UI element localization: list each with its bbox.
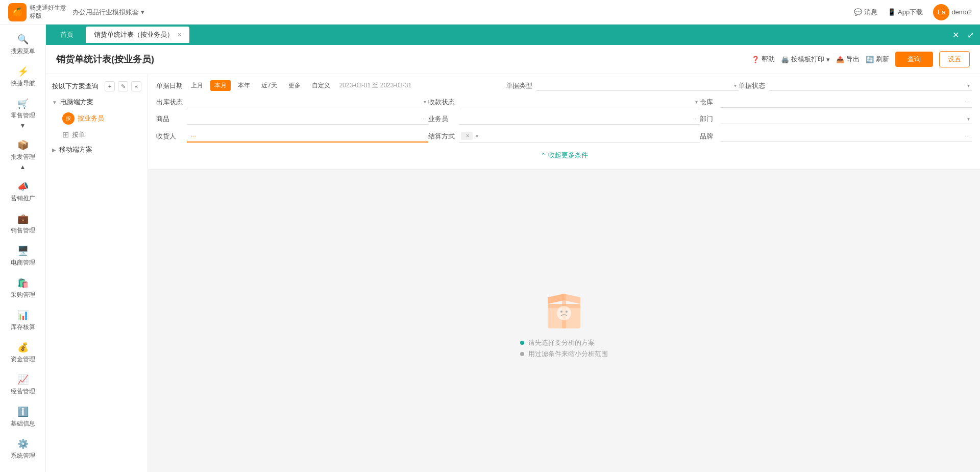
date-filter-buttons: 上月 本月 本年 近7天 更多 自定义 2023-03-01 至 2023-03… — [187, 80, 411, 91]
breadcrumb: 办公用品行业模拟账套 ▾ — [72, 8, 144, 17]
receive-status-select[interactable]: ▾ — [459, 97, 700, 107]
refresh-button[interactable]: 🔄 刷新 — [866, 55, 889, 64]
out-status-select[interactable]: ▾ — [187, 97, 428, 107]
add-scheme-button[interactable]: + — [105, 81, 115, 91]
empty-hint-2: 用过滤条件来缩小分析范围 — [520, 349, 608, 359]
svg-marker-2 — [564, 294, 580, 304]
sidebar-item-nav[interactable]: ⚡ 快捷导航 — [0, 61, 45, 93]
message-button[interactable]: 💬 消息 — [854, 8, 877, 17]
page-header: 销货单统计表(按业务员) ❓ 帮助 🖨️ 按模板打印 ▾ 📤 — [46, 45, 980, 74]
tree-item-salesman[interactable]: 按 按业务员 — [46, 110, 148, 127]
sidebar-item-sales[interactable]: 💼 销售管理 — [0, 208, 45, 240]
brand-dots[interactable]: ··· — [965, 132, 970, 139]
product-select[interactable]: ··· — [187, 113, 428, 125]
payment-method-select[interactable]: × ▾ — [459, 130, 700, 143]
window-controls: ✕ ⤢ — [950, 30, 976, 40]
payment-dropdown-icon: ▾ — [476, 133, 478, 139]
empty-hints: 请先选择要分析的方案 用过滤条件来缩小分析范围 — [520, 338, 608, 361]
sidebar-item-finance[interactable]: 💰 资金管理 — [0, 337, 45, 369]
sales-icon: 💼 — [17, 213, 29, 224]
help-button[interactable]: ❓ 帮助 — [751, 55, 775, 64]
recipient-dots[interactable]: ··· — [191, 132, 196, 139]
query-button[interactable]: 查询 — [895, 52, 933, 67]
wholesale-icon: 📦 — [17, 139, 29, 151]
finance-icon: 💰 — [17, 342, 29, 353]
date-range-text: 2023-03-01 至 2023-03-31 — [339, 81, 411, 90]
window-maximize-icon[interactable]: ⤢ — [965, 30, 976, 40]
app-download-button[interactable]: 📱 App下载 — [888, 8, 923, 17]
sidebar-item-wholesale[interactable]: 📦 批发管理 ▲ — [0, 134, 45, 176]
print-button[interactable]: 🖨️ 按模板打印 ▾ — [781, 55, 830, 64]
salesman-select[interactable]: ··· — [459, 113, 700, 125]
date-btn-custom[interactable]: 自定义 — [308, 80, 334, 91]
sidebar-item-marketing[interactable]: 📣 营销推广 — [0, 176, 45, 208]
setting-button[interactable]: 设置 — [939, 51, 970, 67]
dept-dropdown-icon: ▾ — [967, 116, 970, 122]
date-btn-last-month[interactable]: 上月 — [187, 80, 207, 91]
search-icon: 🔍 — [17, 34, 29, 45]
date-btn-more[interactable]: 更多 — [284, 80, 305, 91]
tree-item-order[interactable]: ⊞ 按单 — [46, 127, 148, 142]
collapse-bar[interactable]: ⌃ 收起更多条件 — [156, 148, 972, 163]
tab-close-icon[interactable]: × — [178, 31, 181, 38]
tree-section-mobile[interactable]: ▶ 移动端方案 — [46, 142, 148, 157]
date-btn-7days[interactable]: 近7天 — [257, 80, 281, 91]
page-title: 销货单统计表(按业务员) — [56, 53, 154, 65]
payment-clear-button[interactable]: × — [466, 132, 470, 139]
operations-icon: 📈 — [17, 374, 29, 385]
tab-sales-stats[interactable]: 销货单统计表（按业务员） × — [86, 27, 189, 43]
retail-expand-icon: ▼ — [20, 122, 26, 129]
sidebar-item-purchase[interactable]: 🛍️ 采购管理 — [0, 272, 45, 304]
date-btn-this-year[interactable]: 本年 — [234, 80, 254, 91]
dept-field: 部门 ▾ — [700, 114, 972, 124]
pc-section-arrow-icon: ▼ — [52, 100, 57, 105]
retail-icon: 🛒 — [17, 98, 29, 109]
wholesale-expand-icon: ▲ — [20, 163, 26, 171]
date-btn-this-month[interactable]: 本月 — [210, 80, 231, 91]
recipient-input[interactable]: ··· — [187, 130, 428, 143]
warehouse-select[interactable]: ··· — [720, 96, 972, 108]
date-filter-field: 单据日期 上月 本月 本年 近7天 更多 自定义 2023-03-01 至 20… — [156, 80, 506, 91]
ecommerce-icon: 🖥️ — [17, 245, 29, 256]
purchase-icon: 🛍️ — [17, 277, 29, 289]
export-icon: 📤 — [836, 56, 844, 63]
product-field: 商品 ··· — [156, 113, 428, 125]
doc-status-select[interactable]: ▾ — [769, 81, 972, 91]
sidebar-item-search[interactable]: 🔍 搜索菜单 — [0, 29, 45, 61]
dept-select[interactable]: ▾ — [720, 114, 972, 124]
salesman-dots[interactable]: ··· — [693, 115, 698, 122]
sidebar-item-cooperation[interactable]: 🤝 企业协同 — [0, 465, 45, 472]
refresh-icon: 🔄 — [866, 56, 874, 63]
warehouse-dots[interactable]: ··· — [965, 98, 970, 105]
user-avatar[interactable]: Ea demo2 — [933, 4, 972, 20]
brand-select[interactable]: ··· — [720, 130, 972, 142]
breadcrumb-dropdown-icon[interactable]: ▾ — [141, 8, 144, 16]
sidebar-item-inventory[interactable]: 📊 库存核算 — [0, 304, 45, 337]
nav-icon: ⚡ — [17, 66, 29, 77]
product-dots[interactable]: ··· — [421, 115, 426, 122]
collapse-panel-button[interactable]: « — [131, 81, 141, 91]
sidebar-item-system[interactable]: ⚙️ 系统管理 — [0, 433, 45, 465]
window-close-icon[interactable]: ✕ — [950, 30, 961, 40]
tab-home[interactable]: 首页 — [50, 25, 84, 45]
sidebar-item-operations[interactable]: 📈 经营管理 — [0, 369, 45, 401]
edit-scheme-button[interactable]: ✎ — [118, 81, 128, 91]
doc-type-dropdown-icon: ▾ — [734, 83, 737, 88]
doc-type-select[interactable]: ▾ — [536, 81, 739, 91]
svg-point-6 — [560, 311, 562, 313]
sidebar-item-ecommerce[interactable]: 🖥️ 电商管理 — [0, 240, 45, 272]
svg-point-5 — [557, 306, 571, 320]
doc-type-field: 单据类型 ▾ — [506, 81, 739, 91]
warehouse-field: 仓库 ··· — [700, 96, 972, 108]
export-button[interactable]: 📤 导出 — [836, 55, 860, 64]
svg-marker-1 — [548, 294, 564, 304]
sidebar: 🔍 搜索菜单 ⚡ 快捷导航 🛒 零售管理 ▼ 📦 批发管理 ▲ 📣 营销推广 — [0, 25, 46, 472]
payment-method-field: 结算方式 × ▾ — [428, 130, 700, 143]
receive-status-field: 收款状态 ▾ — [428, 97, 700, 107]
logo: 🍊 畅捷通好生意 标版 — [8, 3, 66, 21]
sidebar-item-retail[interactable]: 🛒 零售管理 ▼ — [0, 93, 45, 134]
tree-section-pc[interactable]: ▼ 电脑端方案 — [46, 95, 148, 110]
sidebar-item-basic[interactable]: ℹ️ 基础信息 — [0, 401, 45, 433]
left-panel: 按以下方案查询 + ✎ « ▼ 电脑端方案 — [46, 74, 148, 472]
receive-status-dropdown-icon: ▾ — [695, 99, 698, 105]
